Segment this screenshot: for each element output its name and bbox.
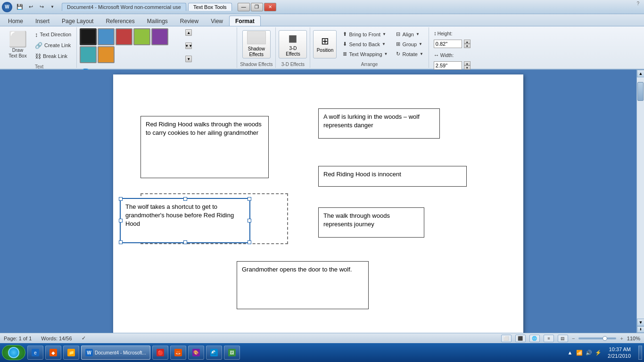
taskbar-item-9[interactable]: 🖼 (224, 346, 240, 360)
tab-mailings[interactable]: Mailings (141, 16, 174, 26)
handle-mr[interactable] (248, 219, 251, 222)
handle-ml[interactable] (119, 219, 123, 222)
three-d-effects-button[interactable]: ◼ 3-DEffects (279, 30, 307, 58)
height-spin-up[interactable]: ▲ (464, 40, 471, 44)
tab-review[interactable]: Review (174, 16, 205, 26)
scrollbar-track[interactable] (637, 77, 644, 319)
title-bar: W 💾 ↩ ↪ ▼ Document4 - Microsoft Word non… (0, 0, 644, 14)
swatch-purple[interactable] (151, 28, 168, 45)
height-spin-down[interactable]: ▼ (464, 44, 471, 48)
handle-br[interactable] (248, 240, 251, 244)
threed-group-label: 3-D Effects (281, 60, 305, 67)
swatch-orange[interactable] (98, 46, 115, 63)
taskbar-item-5[interactable]: 🔴 (152, 346, 168, 360)
word-icon: W (85, 349, 93, 356)
shadow-effects-button[interactable]: Shadow Effects (242, 30, 271, 58)
view-draft-button[interactable]: ▤ (558, 335, 568, 342)
swatch-green[interactable] (133, 28, 150, 45)
start-button[interactable] (2, 345, 25, 360)
zoom-thumb[interactable] (603, 336, 607, 341)
handle-tr[interactable] (248, 197, 251, 201)
system-clock[interactable]: 10:37 AM 2/21/2010 (605, 346, 634, 360)
ribbon-group-styles: ▲ ▼▼ ▼ 🪣 Shape Fill ▼ ⬜ (77, 27, 237, 68)
tray-icon-4[interactable]: ⚡ (594, 349, 602, 356)
swatch-blue[interactable] (98, 28, 115, 45)
handle-mb[interactable] (183, 240, 187, 244)
qat-dropdown-button[interactable]: ▼ (48, 3, 57, 11)
height-icon: ↕ (434, 30, 437, 37)
view-full-button[interactable]: ⬛ (515, 335, 526, 342)
close-button[interactable]: ✕ (264, 3, 276, 11)
textbox-2[interactable]: A wolf is lurking in the woods – wolf re… (318, 108, 440, 139)
view-outline-button[interactable]: ≡ (544, 335, 554, 342)
taskbar-item-7[interactable]: 🎨 (188, 346, 204, 360)
textbox-3[interactable]: Red Riding Hood is innocent (318, 166, 467, 187)
view-web-button[interactable]: 🌐 (529, 335, 540, 342)
width-spin-down[interactable]: ▼ (464, 66, 471, 70)
shadow-group-content: Shadow Effects (242, 28, 271, 60)
create-link-button[interactable]: 🔗 Create Link (33, 41, 74, 50)
tab-page-layout[interactable]: Page Layout (56, 16, 99, 26)
swatch-red[interactable] (116, 28, 132, 45)
undo-button[interactable]: ↩ (26, 3, 35, 11)
show-desktop-button[interactable] (638, 346, 642, 360)
scrollbar-thumb[interactable] (637, 82, 644, 101)
textbox-4[interactable]: The wolf takes a shortcut to get to gran… (120, 198, 250, 243)
tray-icon-1[interactable]: ▲ (566, 349, 574, 356)
redo-button[interactable]: ↪ (37, 3, 46, 11)
zoom-in-button[interactable]: + (620, 336, 623, 341)
height-input[interactable] (434, 40, 462, 48)
scroll-to-bottom[interactable]: ⬇ (637, 326, 644, 333)
zoom-slider[interactable] (578, 337, 616, 339)
swatch-scroll-down[interactable]: ▼ (185, 56, 192, 62)
restore-button[interactable]: ❐ (251, 3, 263, 11)
width-spinner: ▲ ▼ (464, 61, 471, 70)
textbox-5[interactable]: The walk through woods represents journe… (318, 207, 424, 238)
handle-tl[interactable] (119, 197, 123, 201)
scroll-down-button[interactable]: ▼ (637, 319, 644, 326)
save-button[interactable]: 💾 (15, 3, 25, 11)
textbox-tools-tab[interactable]: Text Box Tools (188, 3, 232, 11)
tab-view[interactable]: View (205, 16, 229, 26)
position-button[interactable]: ⊞ Position (313, 30, 337, 58)
view-print-button[interactable]: ⬜ (501, 335, 512, 342)
minimize-button[interactable]: — (238, 3, 250, 11)
width-label: Width: (440, 53, 454, 58)
group-button[interactable]: ⊞ Group ▼ (394, 40, 425, 49)
draw-text-box-button[interactable]: ⬜ DrawText Box (5, 28, 31, 62)
swatch-teal[interactable] (80, 46, 97, 63)
tray-network-icon[interactable]: 📶 (576, 349, 583, 356)
handle-mt[interactable] (183, 197, 187, 201)
textbox-6[interactable]: Grandmother opens the door to the wolf. (237, 261, 369, 309)
tab-format[interactable]: Format (229, 16, 261, 26)
align-button[interactable]: ⊟ Align ▼ (394, 30, 425, 39)
tab-insert[interactable]: Insert (29, 16, 56, 26)
taskbar-item-2[interactable]: ◆ (45, 346, 61, 360)
taskbar-firefox[interactable]: 🦊 (170, 346, 186, 360)
taskbar-word[interactable]: W Document4 - Microsoft... (81, 346, 150, 360)
send-to-back-button[interactable]: ⬇ Send to Back ▼ (340, 40, 390, 49)
text-direction-button[interactable]: ↕ Text Direction (33, 30, 74, 40)
swatch-scroll-expand[interactable]: ▼▼ (185, 42, 192, 49)
text-wrapping-button[interactable]: ≣ Text Wrapping ▼ (340, 49, 390, 58)
width-spin-up[interactable]: ▲ (464, 61, 471, 66)
zoom-out-button[interactable]: − (572, 336, 575, 341)
taskbar-item-8[interactable]: 🌊 (206, 346, 222, 360)
tray-volume-icon[interactable]: 🔊 (585, 349, 593, 356)
swatch-scroll-up[interactable]: ▲ (185, 29, 192, 36)
textbox-1[interactable]: Red Riding Hood walks through the woods … (140, 116, 269, 178)
taskbar-folder[interactable]: 📁 (63, 346, 79, 360)
tab-references[interactable]: References (99, 16, 140, 26)
bring-to-front-button[interactable]: ⬆ Bring to Front ▼ (340, 30, 390, 39)
width-input[interactable] (434, 61, 462, 70)
swatch-black[interactable] (80, 28, 97, 45)
app-logo[interactable]: W (2, 2, 12, 12)
tab-home[interactable]: Home (2, 16, 29, 26)
document-scroll-area[interactable]: Red Riding Hood walks through the woods … (0, 70, 636, 333)
rotate-button[interactable]: ↻ Rotate ▼ (394, 49, 425, 58)
scroll-up-button[interactable]: ▲ (637, 70, 644, 77)
break-link-button[interactable]: ⛓ Break Link (33, 51, 74, 61)
taskbar-ie[interactable]: e (27, 346, 43, 360)
handle-bl[interactable] (119, 240, 123, 244)
ribbon-group-3d: ◼ 3-DEffects 3-D Effects (276, 27, 310, 68)
